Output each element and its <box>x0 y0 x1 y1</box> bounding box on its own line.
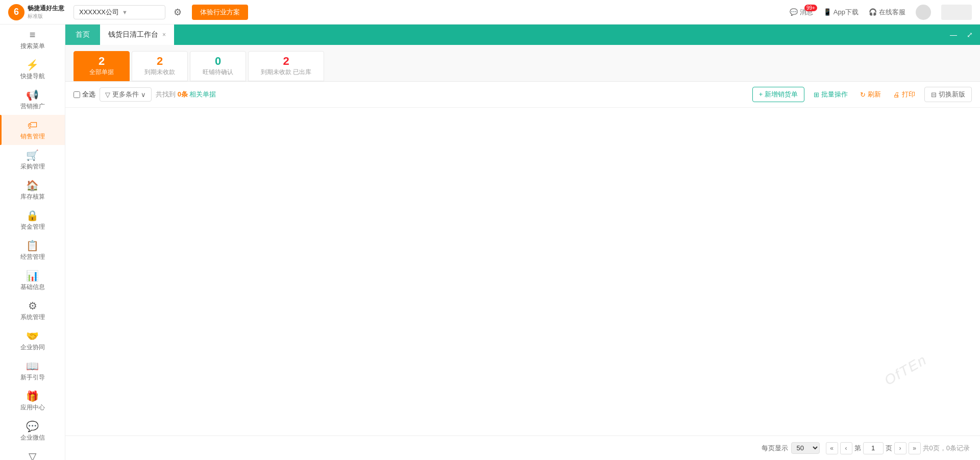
summary-label-3: 到期未收款 已出库 <box>261 68 311 77</box>
sidebar-item-member[interactable]: ▽ 畅会员 <box>0 446 65 460</box>
sidebar-label-purchase: 采购管理 <box>20 162 45 171</box>
print-button[interactable]: 🖨 打印 <box>890 88 918 101</box>
company-dropdown-arrow: ▼ <box>122 9 128 15</box>
page-prev-button[interactable]: ‹ <box>840 442 852 454</box>
switch-icon: ⊟ <box>931 91 937 99</box>
user-name-area <box>941 5 972 20</box>
sidebar-label-apps: 应用中心 <box>20 403 45 412</box>
logo-text: 畅捷通好生意 标准版 <box>28 4 64 20</box>
per-page-select[interactable]: 50 10 20 100 <box>791 442 820 454</box>
main-content: 首页 钱货日清工作台 × — ⤢ 2 全部单据 2 到期未收款 0 旺铺待确认 … <box>65 25 980 460</box>
company-selector[interactable]: XXXXXX公司 ▼ <box>74 5 165 19</box>
sidebar-item-purchase[interactable]: 🛒 采购管理 <box>0 145 65 175</box>
summary-tab-0[interactable]: 2 全部单据 <box>74 51 130 81</box>
toolbar-left: 全选 ▽ 更多条件 ∨ 共找到 0条 相关单据 <box>74 87 748 102</box>
per-page-selector: 每页显示 50 10 20 100 <box>762 442 820 454</box>
print-icon: 🖨 <box>893 91 900 99</box>
search-icon: ≡ <box>30 30 36 40</box>
logo-icon: 6 <box>8 4 24 20</box>
member-icon: ▽ <box>29 451 36 460</box>
quick-icon: ⚡ <box>26 60 39 70</box>
sidebar-item-collab[interactable]: 🤝 企业协同 <box>0 326 65 356</box>
select-all-checkbox[interactable]: 全选 <box>74 90 95 99</box>
found-link[interactable]: 相关单据 <box>189 90 216 98</box>
sidebar-label-wechat: 企业微信 <box>20 433 45 442</box>
guide-icon: 📖 <box>26 361 39 371</box>
header-right: 💬 消息 99+ 📱 App下载 🎧 在线客服 <box>790 5 972 20</box>
pagination: « ‹ 第 页 › » 共0页，0条记录 <box>826 442 970 454</box>
sidebar-label-finance: 资金管理 <box>20 223 45 231</box>
sidebar-label-quick: 快捷导航 <box>20 72 45 81</box>
refresh-icon: ↻ <box>860 91 866 99</box>
summary-tab-2[interactable]: 0 旺铺待确认 <box>190 51 246 81</box>
logo-area: 6 畅捷通好生意 标准版 <box>8 4 74 20</box>
summary-count-3: 2 <box>283 56 289 67</box>
summary-tabs: 2 全部单据 2 到期未收款 0 旺铺待确认 2 到期未收款 已出库 <box>65 45 980 82</box>
summary-tab-3[interactable]: 2 到期未收款 已出库 <box>248 51 324 81</box>
filter-button[interactable]: ▽ 更多条件 ∨ <box>100 87 152 102</box>
filter-icon: ▽ <box>105 91 110 99</box>
marketing-icon: 📢 <box>26 90 39 100</box>
avatar[interactable] <box>916 5 931 20</box>
table-footer: 每页显示 50 10 20 100 « ‹ 第 页 › » 共0页，0条记录 <box>65 435 980 460</box>
message-button[interactable]: 💬 消息 99+ <box>790 8 813 17</box>
page-next-button[interactable]: › <box>894 442 906 454</box>
sidebar-label-guide: 新手引导 <box>20 373 45 382</box>
tab-minimize-button[interactable]: — <box>947 29 960 41</box>
found-count: 0条 <box>178 90 188 98</box>
app-download-icon: 📱 <box>823 8 831 16</box>
operation-icon: 📋 <box>26 240 39 251</box>
headset-icon: 🎧 <box>869 8 877 16</box>
summary-label-2: 旺铺待确认 <box>203 68 233 77</box>
sidebar-item-marketing[interactable]: 📢 营销推广 <box>0 85 65 115</box>
sidebar-item-system[interactable]: ⚙ 系统管理 <box>0 296 65 326</box>
company-name: XXXXXX公司 <box>79 8 119 17</box>
tab-maximize-button[interactable]: ⤢ <box>964 29 976 41</box>
filter-arrow: ∨ <box>141 91 146 99</box>
sidebar-label-collab: 企业协同 <box>20 343 45 352</box>
app-download-button[interactable]: 📱 App下载 <box>823 8 859 17</box>
switch-version-button[interactable]: ⊟ 切换新版 <box>924 87 972 102</box>
sidebar-item-sales[interactable]: 🏷 销售管理 <box>0 115 65 145</box>
summary-label-0: 全部单据 <box>89 68 114 77</box>
summary-count-0: 2 <box>99 56 105 67</box>
experience-button[interactable]: 体验行业方案 <box>192 5 248 20</box>
sidebar-item-apps[interactable]: 🎁 应用中心 <box>0 386 65 416</box>
page-total-info: 共0页，0条记录 <box>923 444 970 453</box>
sidebar-label-inventory: 库存核算 <box>20 192 45 201</box>
summary-count-2: 0 <box>215 56 221 67</box>
sidebar-item-wechat[interactable]: 💬 企业微信 <box>0 416 65 446</box>
sidebar-item-search[interactable]: ≡ 搜索菜单 <box>0 25 65 55</box>
tab-home[interactable]: 首页 <box>65 25 100 45</box>
online-service-button[interactable]: 🎧 在线客服 <box>869 8 905 17</box>
sidebar-item-basic[interactable]: 📊 基础信息 <box>0 265 65 296</box>
sidebar-item-quick[interactable]: ⚡ 快捷导航 <box>0 55 65 85</box>
page-number-input[interactable] <box>863 442 884 454</box>
basic-icon: 📊 <box>26 271 39 281</box>
summary-tab-1[interactable]: 2 到期未收款 <box>132 51 188 81</box>
finance-icon: 🔒 <box>26 210 39 221</box>
settings-button[interactable]: ⚙ <box>169 4 186 20</box>
page-last-button[interactable]: » <box>909 442 921 454</box>
sidebar-label-search: 搜索菜单 <box>20 42 45 51</box>
tab-actions: — ⤢ <box>947 29 980 41</box>
sidebar-label-sales: 销售管理 <box>20 132 45 141</box>
wechat-icon: 💬 <box>26 421 39 431</box>
tab-close-button[interactable]: × <box>162 31 166 38</box>
tab-qianhuoriqing[interactable]: 钱货日清工作台 × <box>100 25 174 45</box>
system-icon: ⚙ <box>28 301 37 311</box>
sidebar-item-inventory[interactable]: 🏠 库存核算 <box>0 175 65 205</box>
sidebar-item-finance[interactable]: 🔒 资金管理 <box>0 205 65 235</box>
found-text: 共找到 0条 相关单据 <box>156 90 216 99</box>
sidebar: ≡ 搜索菜单 ⚡ 快捷导航 📢 营销推广 🏷 销售管理 🛒 采购管理 🏠 库存核… <box>0 25 65 460</box>
collab-icon: 🤝 <box>26 331 39 341</box>
batch-operation-button[interactable]: ⊞ 批量操作 <box>811 88 851 101</box>
new-sale-order-button[interactable]: + 新增销货单 <box>752 87 804 102</box>
sidebar-item-operation[interactable]: 📋 经营管理 <box>0 235 65 265</box>
page-first-button[interactable]: « <box>826 442 838 454</box>
table-area <box>65 108 980 435</box>
refresh-button[interactable]: ↻ 刷新 <box>857 88 884 101</box>
sidebar-item-guide[interactable]: 📖 新手引导 <box>0 356 65 386</box>
select-all-input[interactable] <box>74 91 80 98</box>
sales-icon: 🏷 <box>28 120 38 130</box>
